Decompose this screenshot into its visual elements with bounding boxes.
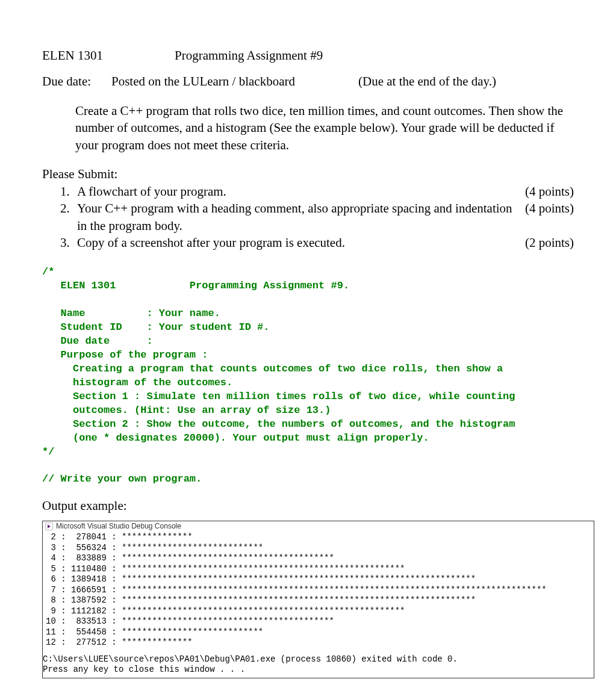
submit-list: 1. A flowchart of your program. (4 point… — [60, 183, 574, 251]
console-window: Microsoft Visual Studio Debug Console 2 … — [42, 521, 594, 678]
submit-label: Please Submit: — [42, 167, 574, 182]
item-points: (4 points) — [514, 183, 574, 200]
assignment-title: Programming Assignment #9 — [175, 48, 323, 63]
console-output: 2 : 278041 : ************** 3 : 556324 :… — [43, 532, 594, 648]
list-item: 2. Your C++ program with a heading comme… — [60, 200, 574, 234]
due-label: Due date: — [42, 74, 111, 89]
item-text: Your C++ program with a heading comment,… — [77, 200, 514, 234]
console-footer: C:\Users\LUEE\source\repos\PA01\Debug\PA… — [43, 654, 594, 678]
code-comment-block: /* ELEN 1301 Programming Assignment #9. … — [42, 265, 574, 486]
item-text: Copy of a screenshot after your program … — [77, 234, 514, 251]
item-number: 3. — [60, 234, 77, 251]
output-example-label: Output example: — [42, 498, 574, 513]
due-when: (Due at the end of the day.) — [358, 74, 496, 89]
header-row: ELEN 1301 Programming Assignment #9 — [42, 48, 574, 63]
item-points: (2 points) — [514, 234, 574, 251]
item-points: (4 points) — [514, 200, 574, 234]
list-item: 3. Copy of a screenshot after your progr… — [60, 234, 574, 251]
course-code: ELEN 1301 — [42, 48, 175, 63]
intro-paragraph: Create a C++ program that rolls two dice… — [75, 102, 574, 153]
console-window-title: Microsoft Visual Studio Debug Console — [56, 522, 181, 530]
item-number: 1. — [60, 183, 77, 200]
due-posted: Posted on the LULearn / blackboard — [111, 74, 358, 89]
console-titlebar: Microsoft Visual Studio Debug Console — [43, 521, 594, 532]
due-row: Due date: Posted on the LULearn / blackb… — [42, 74, 574, 89]
item-text: A flowchart of your program. — [77, 183, 514, 200]
assignment-document: ELEN 1301 Programming Assignment #9 Due … — [0, 0, 616, 682]
list-item: 1. A flowchart of your program. (4 point… — [60, 183, 574, 200]
item-number: 2. — [60, 200, 77, 234]
vs-console-icon — [45, 522, 53, 530]
